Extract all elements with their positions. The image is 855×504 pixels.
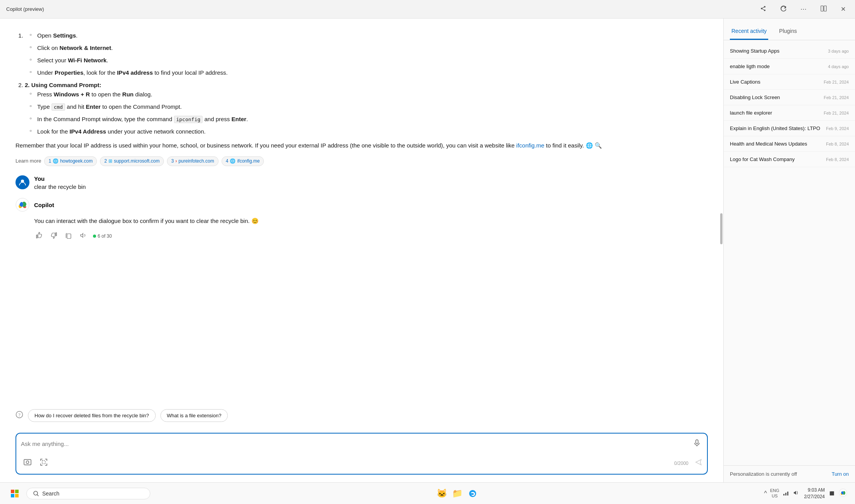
taskbar-system-tray: ^ ENGUS 9:03 AM 2/27/2024 ⬛ [764, 487, 847, 500]
taskbar-app-cat[interactable]: 🐱 [435, 487, 449, 501]
recent-item-6[interactable]: Explain in English (United States): LTPO… [724, 121, 855, 136]
chat-input[interactable] [21, 441, 692, 447]
suggestion-icon: ? [15, 411, 23, 420]
title-bar: Copilot (preview) ⋯ ✕ [0, 0, 855, 19]
personalization-bar: Personalization is currently off Turn on [724, 465, 855, 482]
system-icons: ^ ENGUS [764, 488, 799, 498]
tab-recent-activity[interactable]: Recent activity [730, 25, 768, 40]
taskbar-search-icon [33, 490, 39, 497]
list-item: Press Windows + R to open the Run dialog… [31, 90, 708, 99]
user-content: You clear the recycle bin [34, 175, 86, 190]
svg-rect-7 [696, 440, 698, 444]
response-count: 6 of 30 [93, 233, 112, 239]
svg-rect-18 [783, 494, 784, 495]
input-bottom-right: 0/2000 [674, 458, 702, 468]
main-layout: Open Settings. Click on Network & Intern… [0, 19, 855, 482]
chat-area: Open Settings. Click on Network & Intern… [0, 19, 723, 482]
source-3-link[interactable]: 3 › pureinfotech.com [167, 156, 218, 166]
input-tools [21, 456, 50, 470]
svg-line-17 [37, 495, 38, 496]
copy-button[interactable] [64, 230, 74, 242]
svg-rect-4 [67, 234, 71, 238]
learn-more: Learn more 1 🌐 howtogeek.com 2 ⊞ support… [15, 156, 708, 166]
like-button[interactable] [34, 230, 44, 242]
svg-rect-13 [15, 490, 19, 493]
taskbar-search-box[interactable]: Search [26, 488, 150, 499]
more-button[interactable]: ⋯ [797, 4, 810, 14]
user-message-block: You clear the recycle bin [15, 175, 708, 190]
list-item: Look for the IPv4 Address under your act… [31, 127, 708, 136]
list-item: Click on Network & Internet. [31, 43, 708, 53]
paragraph: Remember that your local IP address is u… [15, 141, 708, 150]
source-2-link[interactable]: 2 ⊞ support.microsoft.com [100, 156, 164, 166]
svg-rect-12 [11, 490, 14, 493]
scrollbar[interactable] [719, 19, 723, 427]
input-area: 0/2000 [0, 428, 723, 482]
recent-item-3[interactable]: Live Captions Feb 21, 2024 [724, 74, 855, 90]
list-item: Open Settings. Click on Network & Intern… [25, 31, 708, 77]
suggestion-button-2[interactable]: What is a file extension? [160, 409, 228, 422]
taskbar-apps: 🐱 📁 [155, 487, 759, 501]
svg-rect-9 [24, 459, 31, 465]
recent-item-2[interactable]: enable ligth mode 4 days ago [724, 59, 855, 74]
copilot-logo [15, 198, 29, 212]
ifconfig-link[interactable]: ifconfig.me [516, 142, 545, 149]
share-button[interactable] [757, 4, 769, 15]
volume-icon[interactable] [793, 489, 800, 498]
dislike-button[interactable] [49, 230, 59, 242]
scroll-thumb [720, 213, 723, 244]
network-icon[interactable] [783, 489, 790, 498]
list-item: Under Properties, look for the IPv4 addr… [31, 68, 708, 77]
send-button[interactable] [695, 458, 702, 468]
source-4-link[interactable]: 4 🌐 ifconfig.me [222, 156, 264, 166]
recent-item-1[interactable]: Showing Startup Apps 3 days ago [724, 43, 855, 59]
suggestion-button-1[interactable]: How do I recover deleted files from the … [28, 409, 156, 422]
recent-item-8[interactable]: Logo for Cat Wash Company Feb 8, 2024 [724, 152, 855, 167]
microphone-button[interactable] [692, 437, 702, 450]
copilot-header: Copilot [15, 198, 708, 212]
suggestions-bar: ? How do I recover deleted files from th… [0, 403, 723, 428]
recent-item-4[interactable]: Disabling Lock Screen Feb 21, 2024 [724, 90, 855, 105]
taskbar-start-button[interactable] [8, 487, 22, 501]
region-select-button[interactable] [37, 456, 50, 470]
recent-item-5[interactable]: launch file explorer Feb 21, 2024 [724, 105, 855, 121]
list-item: Type cmd and hit Enter to open the Comma… [31, 102, 708, 111]
input-box: 0/2000 [15, 433, 708, 475]
panel-tabs: Recent activity Plugins [724, 19, 855, 40]
input-row [16, 434, 707, 454]
notification-dot-icon[interactable]: ⬛ [829, 491, 834, 495]
taskbar-app-file-explorer[interactable]: 📁 [450, 487, 464, 501]
svg-rect-15 [15, 494, 19, 497]
list-item: In the Command Prompt window, type the c… [31, 115, 708, 124]
svg-rect-20 [787, 492, 788, 495]
svg-text:?: ? [18, 412, 21, 418]
count-dot [93, 235, 96, 238]
language-indicator[interactable]: ENGUS [770, 488, 779, 498]
svg-rect-14 [11, 494, 14, 497]
svg-point-10 [26, 461, 29, 464]
copilot-taskbar-icon[interactable] [839, 489, 847, 499]
volume-button[interactable] [78, 230, 88, 242]
recent-item-7[interactable]: Health and Medical News Updates Feb 8, 2… [724, 136, 855, 152]
split-button[interactable] [817, 4, 830, 15]
window-controls: ⋯ ✕ [757, 4, 849, 15]
source-1-link[interactable]: 1 🌐 howtogeek.com [44, 156, 97, 166]
user-avatar [15, 175, 29, 189]
taskbar-clock[interactable]: 9:03 AM 2/27/2024 [804, 487, 825, 500]
screenshot-button[interactable] [21, 456, 34, 470]
response-text: Open Settings. Click on Network & Intern… [15, 31, 708, 166]
chevron-up-icon[interactable]: ^ [764, 490, 767, 497]
list-item: Open Settings. [31, 31, 708, 40]
svg-rect-0 [821, 6, 823, 11]
refresh-button[interactable] [777, 4, 790, 15]
copilot-previous-response: Open Settings. Click on Network & Intern… [15, 31, 708, 166]
recent-activity-list: Showing Startup Apps 3 days ago enable l… [724, 40, 855, 465]
taskbar-app-edge[interactable] [466, 487, 480, 501]
input-bottom-bar: 0/2000 [16, 454, 707, 474]
svg-rect-1 [824, 6, 826, 11]
tab-plugins[interactable]: Plugins [778, 25, 798, 40]
window-title: Copilot (preview) [6, 6, 757, 12]
close-button[interactable]: ✕ [838, 4, 849, 14]
turn-on-personalization-button[interactable]: Turn on [832, 471, 849, 477]
list-item: Select your Wi-Fi Network. [31, 56, 708, 65]
